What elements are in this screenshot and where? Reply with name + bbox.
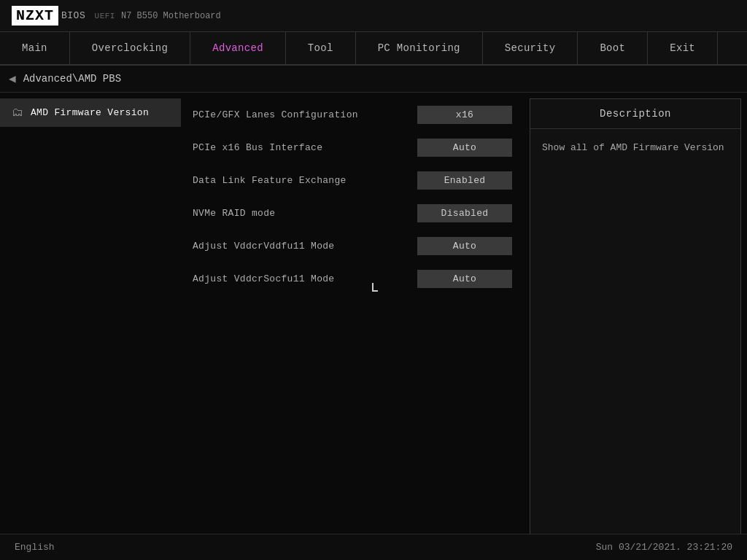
logo: NZXT BIOS UEFI N7 B550 Motherboard <box>12 6 221 26</box>
setting-label-1: PCIe x16 Bus Interface <box>193 142 322 153</box>
setting-label-5: Adjust VddcrSocfu11 Mode <box>193 273 334 284</box>
nav-item-overclocking[interactable]: Overclocking <box>70 32 190 64</box>
nav-item-main[interactable]: Main <box>0 32 70 64</box>
nav-item-tool[interactable]: Tool <box>286 32 356 64</box>
header: NZXT BIOS UEFI N7 B550 Motherboard <box>0 0 747 32</box>
footer-datetime: Sun 03/21/2021. 23:21:20 <box>596 542 732 553</box>
firmware-label: AMD Firmware Version <box>31 107 149 118</box>
firmware-icon: 🗂 <box>12 106 23 120</box>
footer-language: English <box>15 542 55 553</box>
setting-value-0[interactable]: x16 <box>417 106 512 124</box>
setting-value-1[interactable]: Auto <box>417 139 512 157</box>
setting-row-0: PCIe/GFX Lanes Configurationx16 <box>181 98 524 131</box>
menu-item-firmware[interactable]: 🗂 AMD Firmware Version <box>0 98 181 127</box>
left-panel: 🗂 AMD Firmware Version <box>0 93 181 560</box>
setting-value-3[interactable]: Disabled <box>417 204 512 222</box>
setting-label-3: NVMe RAID mode <box>193 208 275 219</box>
setting-label-4: Adjust VddcrVddfu11 Mode <box>193 241 334 252</box>
footer: English Sun 03/21/2021. 23:21:20 <box>0 534 747 560</box>
logo-subtitle: N7 B550 Motherboard <box>121 11 221 21</box>
nav-item-security[interactable]: Security <box>483 32 578 64</box>
nav-item-advanced[interactable]: Advanced <box>190 32 286 64</box>
setting-row-3: NVMe RAID modeDisabled <box>181 197 524 230</box>
nav-bar: MainOverclockingAdvancedToolPC Monitorin… <box>0 32 747 66</box>
setting-label-2: Data Link Feature Exchange <box>193 175 347 186</box>
back-button[interactable]: ◀ <box>9 71 16 86</box>
setting-value-2[interactable]: Enabled <box>417 171 512 190</box>
setting-label-0: PCIe/GFX Lanes Configuration <box>193 109 358 120</box>
setting-value-4[interactable]: Auto <box>417 237 512 255</box>
logo-nzxt: NZXT <box>12 6 58 26</box>
main-content: 🗂 AMD Firmware Version PCIe/GFX Lanes Co… <box>0 93 747 560</box>
setting-value-5[interactable]: Auto <box>417 270 512 288</box>
nav-item-boot[interactable]: Boot <box>578 32 648 64</box>
settings-panel: PCIe/GFX Lanes Configurationx16PCIe x16 … <box>181 93 524 560</box>
setting-row-5: Adjust VddcrSocfu11 ModeAuto <box>181 262 524 295</box>
setting-row-1: PCIe x16 Bus InterfaceAuto <box>181 131 524 164</box>
logo-bios: BIOS UEFI <box>61 10 115 21</box>
nav-item-pc-monitoring[interactable]: PC Monitoring <box>356 32 483 64</box>
setting-row-2: Data Link Feature ExchangeEnabled <box>181 164 524 197</box>
description-content: Show all of AMD Firmware Version <box>530 129 740 168</box>
setting-row-4: Adjust VddcrVddfu11 ModeAuto <box>181 230 524 262</box>
nav-item-exit[interactable]: Exit <box>648 32 718 64</box>
breadcrumb: ◀ Advanced\AMD PBS <box>0 66 747 93</box>
breadcrumb-path: Advanced\AMD PBS <box>23 73 121 85</box>
description-title: Description <box>530 99 740 129</box>
description-panel: Description Show all of AMD Firmware Ver… <box>530 98 741 559</box>
